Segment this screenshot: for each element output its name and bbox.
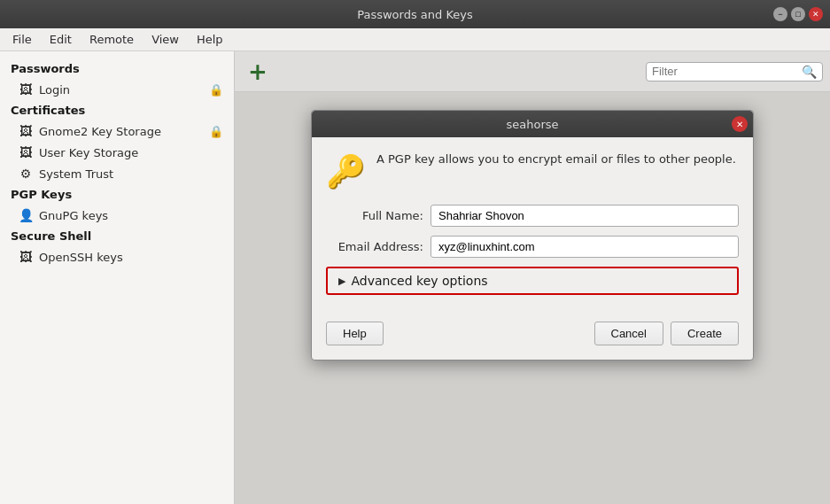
sidebar-item-user-key[interactable]: 🖼 User Key Storage: [0, 142, 234, 163]
sidebar-item-user-key-label: User Key Storage: [39, 146, 138, 159]
email-input[interactable]: [431, 236, 739, 258]
title-bar: Passwords and Keys − □ ✕: [0, 0, 830, 28]
dialog-title: seahorse: [506, 118, 558, 131]
pgp-key-icon: 🔑: [326, 153, 366, 190]
minimize-button[interactable]: −: [773, 7, 787, 21]
login-lock-icon: 🔒: [209, 83, 223, 97]
gnupg-icon: 👤: [18, 207, 34, 223]
seahorse-dialog: seahorse ✕ 🔑 A PGP key allows you to enc…: [311, 110, 754, 361]
login-icon: 🖼: [18, 81, 34, 97]
sidebar-item-openssh[interactable]: 🖼 OpenSSH keys: [0, 246, 234, 268]
menu-help[interactable]: Help: [190, 31, 230, 48]
menu-edit[interactable]: Edit: [43, 31, 79, 48]
content-area: seahorse ✕ 🔑 A PGP key allows you to enc…: [235, 92, 830, 504]
cancel-button[interactable]: Cancel: [594, 322, 663, 345]
dialog-description: A PGP key allows you to encrypt email or…: [376, 151, 736, 167]
gnome2-lock-icon: 🔒: [209, 125, 223, 138]
title-bar-title: Passwords and Keys: [357, 8, 473, 21]
sidebar-item-gnome2[interactable]: 🖼 Gnome2 Key Storage 🔒: [0, 120, 234, 142]
sidebar-item-login[interactable]: 🖼 Login 🔒: [0, 79, 234, 100]
toolbar-area: + 🔍 seahorse ✕: [235, 51, 830, 504]
help-button[interactable]: Help: [326, 322, 384, 345]
sidebar-section-ssh: Secure Shell: [0, 226, 234, 246]
sidebar-section-pgp: PGP Keys: [0, 184, 234, 205]
dialog-footer: Help Cancel Create: [312, 313, 753, 360]
advanced-key-options[interactable]: ▶ Advanced key options: [326, 267, 739, 295]
toolbar: + 🔍: [235, 51, 830, 92]
maximize-button[interactable]: □: [791, 7, 805, 21]
dialog-close-button[interactable]: ✕: [732, 116, 748, 132]
sidebar-item-gnupg[interactable]: 👤 GnuPG keys: [0, 205, 234, 226]
sidebar-section-certificates: Certificates: [0, 100, 234, 120]
plus-icon: +: [248, 60, 268, 83]
advanced-options-label: Advanced key options: [351, 274, 487, 288]
sidebar-item-gnupg-label: GnuPG keys: [39, 209, 108, 222]
app-body: Passwords 🖼 Login 🔒 Certificates 🖼 Gnome…: [0, 51, 830, 504]
dialog-overlay: seahorse ✕ 🔑 A PGP key allows you to enc…: [235, 92, 830, 504]
openssh-icon: 🖼: [18, 249, 34, 265]
filter-input[interactable]: [652, 65, 802, 78]
sidebar-item-openssh-label: OpenSSH keys: [39, 251, 123, 264]
title-bar-controls: − □ ✕: [773, 7, 823, 21]
sidebar: Passwords 🖼 Login 🔒 Certificates 🖼 Gnome…: [0, 51, 235, 504]
add-button[interactable]: +: [242, 56, 274, 88]
full-name-label: Full Name:: [326, 209, 423, 222]
menu-remote[interactable]: Remote: [82, 31, 141, 48]
sidebar-item-login-label: Login: [39, 83, 70, 97]
sidebar-item-system-trust-label: System Trust: [39, 167, 113, 181]
main-window: Passwords and Keys − □ ✕ File Edit Remot…: [0, 0, 830, 504]
close-window-button[interactable]: ✕: [809, 7, 823, 21]
system-trust-icon: ⚙: [18, 166, 34, 182]
gnome2-icon: 🖼: [18, 123, 34, 139]
search-icon: 🔍: [802, 65, 817, 79]
sidebar-item-system-trust[interactable]: ⚙ System Trust: [0, 163, 234, 184]
dialog-footer-right: Cancel Create: [594, 322, 740, 345]
full-name-input[interactable]: [431, 205, 739, 227]
menu-bar: File Edit Remote View Help: [0, 28, 830, 51]
triangle-icon: ▶: [338, 275, 345, 287]
full-name-row: Full Name:: [326, 205, 739, 227]
email-label: Email Address:: [326, 240, 423, 253]
email-row: Email Address:: [326, 236, 739, 258]
menu-file[interactable]: File: [5, 31, 39, 48]
dialog-title-bar: seahorse ✕: [312, 111, 753, 137]
menu-view[interactable]: View: [144, 31, 186, 48]
dialog-content: 🔑 A PGP key allows you to encrypt email …: [312, 137, 753, 313]
dialog-top-row: 🔑 A PGP key allows you to encrypt email …: [326, 151, 739, 190]
filter-container: 🔍: [646, 62, 823, 81]
sidebar-item-gnome2-label: Gnome2 Key Storage: [39, 125, 161, 138]
user-key-icon: 🖼: [18, 144, 34, 160]
create-button[interactable]: Create: [671, 322, 739, 345]
sidebar-section-passwords: Passwords: [0, 58, 234, 79]
